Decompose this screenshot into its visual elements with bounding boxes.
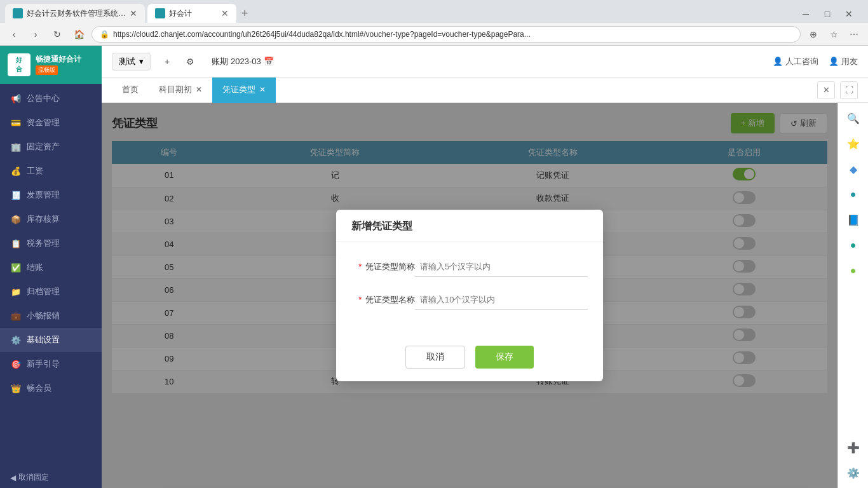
workspace-name: 测试 bbox=[119, 56, 135, 67]
browser-tab-1[interactable]: 好会计云财务软件管理系统_会计 ✕ bbox=[5, 4, 145, 23]
workspace-selector[interactable]: 测试 ▾ bbox=[112, 53, 151, 71]
sidebar-menu: 📢 公告中心 💳 资金管理 🏢 固定资产 💰 工资 🧾 发票管理 📦 库 bbox=[0, 84, 102, 467]
tab-voucher-type-label: 凭证类型 bbox=[222, 84, 255, 95]
sidebar-item-inventory[interactable]: 📦 库存核算 bbox=[0, 207, 102, 231]
sidebar-item-guide[interactable]: 🎯 新手引导 bbox=[0, 352, 102, 376]
consultation-button[interactable]: 👤 人工咨询 bbox=[773, 56, 818, 67]
top-bar-actions: + ⚙ bbox=[158, 53, 199, 71]
close-window-button[interactable]: ✕ bbox=[840, 5, 858, 23]
browser-chrome: 好会计云财务软件管理系统_会计 ✕ 好会计 ✕ + ─ □ ✕ ‹ › ↻ 🏠 … bbox=[0, 0, 868, 46]
user-info[interactable]: 👤 用友 bbox=[829, 56, 858, 67]
tab-subjects-label: 科目期初 bbox=[159, 84, 192, 95]
expand-pane-button[interactable]: ⛶ bbox=[840, 81, 858, 99]
extensions-button[interactable]: ⊕ bbox=[804, 25, 822, 43]
home-button[interactable]: 🏠 bbox=[70, 25, 88, 43]
tab-home[interactable]: 首页 bbox=[112, 78, 149, 103]
sidebar-item-salary[interactable]: 💰 工资 bbox=[0, 159, 102, 183]
sidebar-item-tax[interactable]: 📋 税务管理 bbox=[0, 231, 102, 255]
content-area: 凭证类型 + 新增 ↺ 刷新 编号 凭证类型简称 凭证 bbox=[102, 103, 837, 488]
cancel-fixed-icon: ◀ bbox=[10, 473, 16, 482]
user-label: 用友 bbox=[841, 56, 858, 67]
address-bar[interactable]: 🔒 https://cloud2.chanjet.com/accounting/… bbox=[92, 26, 801, 43]
right-panel-icon-3[interactable]: ◆ bbox=[843, 159, 864, 179]
back-button[interactable]: ‹ bbox=[5, 25, 23, 43]
main-content: 测试 ▾ + ⚙ 账期 2023-03 📅 👤 人工咨询 👤 用友 bbox=[102, 46, 868, 488]
cancel-button[interactable]: 取消 bbox=[405, 346, 465, 369]
tab-home-label: 首页 bbox=[122, 84, 139, 95]
favorites-button[interactable]: ☆ bbox=[825, 25, 843, 43]
reload-button[interactable]: ↻ bbox=[48, 25, 66, 43]
sidebar-item-settlement[interactable]: ✅ 结账 bbox=[0, 255, 102, 280]
calendar-icon[interactable]: 📅 bbox=[264, 57, 274, 66]
brand-logo: 好合 bbox=[8, 53, 31, 76]
sidebar-item-capital[interactable]: 💳 资金管理 bbox=[0, 111, 102, 135]
right-panel-icon-4[interactable]: ● bbox=[843, 184, 864, 205]
add-workspace-button[interactable]: + bbox=[158, 53, 176, 71]
sidebar-item-label: 库存核算 bbox=[27, 214, 60, 225]
minimize-button[interactable]: ─ bbox=[797, 5, 815, 23]
sidebar-item-member[interactable]: 👑 畅会员 bbox=[0, 376, 102, 400]
modal-header: 新增凭证类型 bbox=[336, 210, 603, 241]
settlement-icon: ✅ bbox=[10, 262, 22, 273]
sidebar-item-invoice[interactable]: 🧾 发票管理 bbox=[0, 183, 102, 207]
sidebar-item-label: 工资 bbox=[27, 165, 43, 177]
forward-button[interactable]: › bbox=[27, 25, 44, 43]
modal-body: * 凭证类型简称 * 凭证类型名称 bbox=[336, 241, 603, 338]
tab-close-1[interactable]: ✕ bbox=[130, 8, 137, 18]
page-tab-bar: 首页 科目期初 ✕ 凭证类型 ✕ ✕ ⛶ bbox=[102, 78, 868, 103]
tab-title-1: 好会计云财务软件管理系统_会计 bbox=[27, 8, 126, 19]
save-button[interactable]: 保存 bbox=[475, 346, 534, 369]
name-input[interactable] bbox=[415, 290, 588, 310]
period-label: 账期 bbox=[212, 56, 228, 67]
abbr-input[interactable] bbox=[415, 257, 588, 277]
archive-icon: 📁 bbox=[10, 286, 22, 297]
sidebar-item-fixed-assets[interactable]: 🏢 固定资产 bbox=[0, 135, 102, 159]
salary-icon: 💰 bbox=[10, 165, 22, 177]
tab-bar-actions: ✕ ⛶ bbox=[817, 81, 858, 99]
tab-subjects[interactable]: 科目期初 ✕ bbox=[149, 78, 212, 103]
tab-subjects-close[interactable]: ✕ bbox=[196, 85, 202, 94]
abbr-label: * 凭证类型简称 bbox=[351, 261, 415, 273]
browser-nav-icons: ⊕ ☆ ⋯ bbox=[804, 25, 863, 43]
browser-tab-2[interactable]: 好会计 ✕ bbox=[147, 4, 236, 23]
inventory-icon: 📦 bbox=[10, 214, 22, 225]
right-panel-search-icon[interactable]: 🔍 bbox=[843, 108, 864, 128]
settings-button[interactable]: ⚙ bbox=[181, 53, 199, 71]
right-panel-star-icon[interactable]: ⭐ bbox=[843, 133, 864, 154]
sidebar-item-label: 结账 bbox=[27, 262, 43, 273]
consultation-icon: 👤 bbox=[773, 57, 783, 66]
maximize-button[interactable]: □ bbox=[818, 5, 836, 23]
sidebar-item-archive[interactable]: 📁 归档管理 bbox=[0, 280, 102, 304]
sidebar-item-label: 畅会员 bbox=[27, 383, 51, 394]
required-mark: * bbox=[358, 262, 362, 271]
brand-info: 畅捷通好合计 流畅版 bbox=[36, 55, 81, 76]
settings-icon: ⚙️ bbox=[10, 334, 22, 346]
brand-badge: 流畅版 bbox=[36, 65, 58, 75]
browser-menu-button[interactable]: ⋯ bbox=[845, 25, 863, 43]
sidebar: 好合 畅捷通好合计 流畅版 📢 公告中心 💳 资金管理 🏢 固定资产 💰 工资 bbox=[0, 46, 102, 488]
new-tab-button[interactable]: + bbox=[236, 4, 254, 23]
expense-icon: 💼 bbox=[10, 310, 22, 322]
right-panel-settings-icon[interactable]: ⚙️ bbox=[843, 463, 864, 483]
period-info: 账期 2023-03 📅 bbox=[212, 56, 274, 67]
sidebar-item-label: 归档管理 bbox=[27, 286, 60, 297]
right-panel-icon-7[interactable]: ● bbox=[843, 261, 864, 281]
tab-close-2[interactable]: ✕ bbox=[221, 8, 229, 18]
cancel-fixed-button[interactable]: ◀ 取消固定 bbox=[0, 467, 102, 488]
right-panel-add-icon[interactable]: ➕ bbox=[843, 437, 864, 458]
minimize-pane-button[interactable]: ✕ bbox=[817, 81, 835, 99]
right-panel-icon-5[interactable]: 📘 bbox=[843, 210, 864, 230]
capital-icon: 💳 bbox=[10, 117, 22, 128]
tab-voucher-type-close[interactable]: ✕ bbox=[259, 85, 266, 94]
sidebar-item-expense[interactable]: 💼 小畅报销 bbox=[0, 304, 102, 328]
cancel-fixed-label: 取消固定 bbox=[18, 472, 49, 483]
app-container: 好合 畅捷通好合计 流畅版 📢 公告中心 💳 资金管理 🏢 固定资产 💰 工资 bbox=[0, 46, 868, 488]
sidebar-item-settings[interactable]: ⚙️ 基础设置 bbox=[0, 328, 102, 352]
top-bar-right: 👤 人工咨询 👤 用友 bbox=[773, 56, 858, 67]
right-panel-icon-6[interactable]: ● bbox=[843, 235, 864, 255]
sidebar-item-label: 新手引导 bbox=[27, 358, 60, 370]
sidebar-item-announcement[interactable]: 📢 公告中心 bbox=[0, 86, 102, 111]
tab-voucher-type[interactable]: 凭证类型 ✕ bbox=[212, 78, 276, 103]
sidebar-item-label: 发票管理 bbox=[27, 189, 60, 201]
abbr-form-row: * 凭证类型简称 bbox=[351, 257, 588, 277]
